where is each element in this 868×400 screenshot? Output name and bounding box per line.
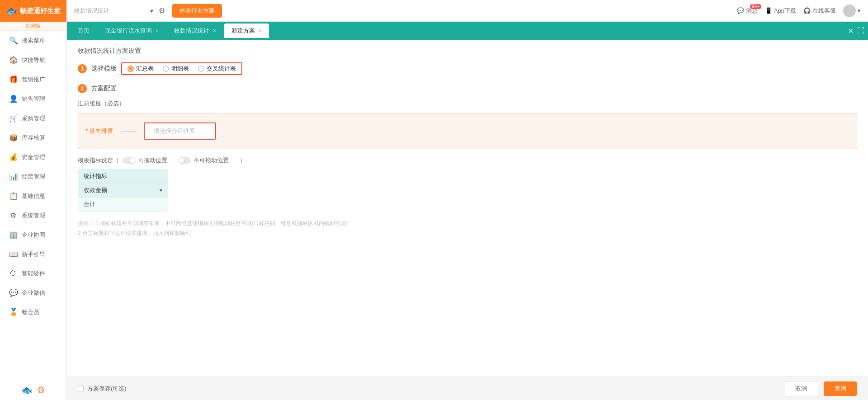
sidebar-item-member[interactable]: 🏅 畅会员 — [0, 302, 66, 322]
sidebar-footer-icon1[interactable]: 🐟 — [21, 385, 33, 395]
support-label: 在线客服 — [812, 7, 836, 15]
tab-receipt-stats-close[interactable]: × — [213, 28, 216, 34]
notification-badge: 99+ — [750, 4, 761, 9]
dimension-area: * 纵向维度 —— 请选择分组维度 — [78, 113, 857, 149]
sidebar-item-basic-info[interactable]: 📋 基础信息 — [0, 186, 66, 206]
step2-header: 2 方案配置 — [78, 84, 857, 93]
sidebar-item-label: 销售管理 — [22, 95, 45, 103]
tab-receipt-stats[interactable]: 收款情况统计 × — [167, 24, 223, 38]
building-icon: 🏢 — [9, 231, 17, 239]
sidebar-item-guide[interactable]: 📖 新手引导 — [0, 245, 66, 264]
tab-bank-flow-close[interactable]: × — [156, 28, 159, 34]
sidebar-item-funds[interactable]: 💰 资金管理 — [0, 147, 66, 167]
dimension-select-dropdown[interactable]: 请选择分组维度 — [144, 122, 216, 140]
sidebar: 🐟 畅捷通好生意 标准版 🔍 搜索菜单 🏠 快捷导航 🎁 营销推广 👤 销售管理… — [0, 0, 67, 400]
header-breadcrumb: 收款情况统计 — [74, 7, 146, 15]
radio-summary-label: 汇总表 — [136, 65, 154, 73]
support-icon: 🎧 — [803, 7, 811, 14]
bottom-left: 方案保存(可选) — [78, 385, 127, 393]
sidebar-item-label: 快捷导航 — [22, 56, 45, 64]
header-gear-icon[interactable]: ⚙ — [159, 6, 165, 15]
online-support-button[interactable]: 🎧 在线客服 — [803, 7, 836, 15]
tab-maximize-action[interactable]: ⛶ — [857, 27, 864, 35]
tab-new-plan-label: 新建方案 — [231, 27, 255, 35]
non-draggable-toggle-knob — [179, 158, 184, 163]
search-icon: 🔍 — [9, 36, 17, 45]
tab-bank-flow[interactable]: 现金银行流水查询 × — [98, 24, 166, 38]
industry-solution-button[interactable]: 体验行业方案 — [172, 4, 222, 18]
sidebar-footer-icon2[interactable]: ⚙ — [37, 385, 45, 395]
radio-detail-dot — [163, 66, 169, 72]
notification-button[interactable]: 💬 消息 99+ — [737, 7, 758, 15]
dimension-label: * 纵向维度 — [85, 127, 113, 135]
close-paren: ） — [240, 156, 245, 165]
tip1: 提示： 1.拖动标题栏可以调整布局，不可跨维度或指标区域拖动栏目字段(只能在同一… — [78, 219, 857, 229]
tab-close-action[interactable]: ✕ — [848, 27, 854, 35]
sidebar-item-label: 库存核算 — [22, 134, 45, 142]
sidebar-item-label: 基础信息 — [22, 192, 45, 200]
sidebar-item-label: 智能硬件 — [22, 269, 45, 278]
sidebar-item-search[interactable]: 🔍 搜索菜单 — [0, 31, 66, 50]
toggle-non-draggable[interactable]: 不可拖动位置 — [178, 156, 229, 165]
required-star: * — [85, 127, 88, 134]
dimension-arrow: —— — [122, 127, 137, 135]
user-avatar[interactable]: ▾ — [843, 5, 861, 17]
draggable-toggle-knob — [129, 158, 135, 163]
column-header-cell[interactable]: 收款金额 ▾ — [78, 184, 168, 198]
sidebar-item-label: 采购管理 — [22, 114, 45, 122]
header-left: 收款情况统计 ▾ ⚙ 体验行业方案 — [74, 4, 222, 18]
app-download-button[interactable]: 📱 App下载 — [765, 7, 796, 15]
sidebar-item-inventory[interactable]: 📦 库存核算 — [0, 128, 66, 147]
column-dropdown-arrow[interactable]: ▾ — [160, 187, 162, 193]
non-draggable-label: 不可拖动位置 — [193, 156, 229, 165]
header-dropdown-arrow[interactable]: ▾ — [150, 7, 153, 14]
home-icon: 🏠 — [9, 56, 17, 64]
sidebar-item-label: 资金管理 — [22, 153, 45, 161]
sidebar-item-system[interactable]: ⚙ 系统管理 — [0, 206, 66, 225]
step1-section: 1 选择模板 汇总表 明细表 交叉统计表 — [78, 62, 857, 75]
radio-cross[interactable]: 交叉统计表 — [198, 65, 236, 73]
sidebar-item-label: 营销推广 — [22, 75, 45, 84]
total-cell: 合计 — [78, 198, 168, 211]
sidebar-item-label: 经营管理 — [22, 173, 45, 181]
stats-table-header: 统计指标 — [78, 169, 168, 184]
total-label: 合计 — [84, 201, 95, 207]
sidebar-footer: 🐟 ⚙ — [0, 380, 66, 400]
stats-table: 统计指标 收款金额 ▾ 合计 — [78, 169, 168, 212]
radio-summary[interactable]: 汇总表 — [127, 65, 154, 73]
sidebar-item-sales[interactable]: 👤 销售管理 — [0, 89, 66, 108]
indicator-settings: 模板指标设定（ 可拖动位置 不可拖动位置 ） — [78, 156, 857, 212]
step2-label: 方案配置 — [91, 85, 117, 93]
indicator-title: 模板指标设定（ — [78, 156, 119, 165]
non-draggable-toggle-switch[interactable] — [178, 157, 191, 164]
tab-home[interactable]: 首页 — [71, 24, 97, 38]
radio-detail[interactable]: 明细表 — [163, 65, 189, 73]
header-right: 💬 消息 99+ 📱 App下载 🎧 在线客服 ▾ — [737, 5, 861, 17]
draggable-toggle-switch[interactable] — [123, 157, 135, 164]
save-checkbox[interactable] — [78, 386, 84, 391]
sidebar-item-operations[interactable]: 📊 经营管理 — [0, 167, 66, 186]
draggable-label: 可拖动位置 — [138, 156, 167, 165]
content-area: 收款情况统计方案设置 1 选择模板 汇总表 明细表 交 — [67, 40, 868, 376]
sidebar-item-wechat[interactable]: 💬 企业微信 — [0, 283, 66, 302]
tab-receipt-stats-label: 收款情况统计 — [174, 27, 209, 35]
sidebar-item-enterprise[interactable]: 🏢 企业协同 — [0, 225, 66, 245]
logo: 🐟 畅捷通好生意 — [0, 0, 66, 22]
cart-icon: 🛒 — [9, 114, 17, 122]
tab-new-plan[interactable]: 新建方案 × — [224, 24, 269, 38]
tab-bank-flow-label: 现金银行流水查询 — [105, 27, 152, 35]
sidebar-item-quick-nav[interactable]: 🏠 快捷导航 — [0, 50, 66, 70]
logo-icon: 🐟 — [6, 5, 17, 16]
sidebar-item-label: 系统管理 — [22, 212, 45, 220]
sidebar-item-purchase[interactable]: 🛒 采购管理 — [0, 108, 66, 128]
sidebar-item-hardware[interactable]: ⏱ 智能硬件 — [0, 264, 66, 283]
sidebar-item-marketing[interactable]: 🎁 营销推广 — [0, 70, 66, 89]
dimension-section-title: 汇总维度（必选） — [78, 99, 857, 108]
query-button[interactable]: 查询 — [824, 381, 857, 396]
cancel-button[interactable]: 取消 — [784, 381, 818, 396]
chevron-down-icon: ▾ — [858, 7, 861, 14]
download-icon: 📱 — [765, 7, 772, 14]
tab-new-plan-close[interactable]: × — [259, 28, 262, 34]
toggle-draggable[interactable]: 可拖动位置 — [123, 156, 167, 165]
step2-number: 2 — [78, 84, 87, 93]
